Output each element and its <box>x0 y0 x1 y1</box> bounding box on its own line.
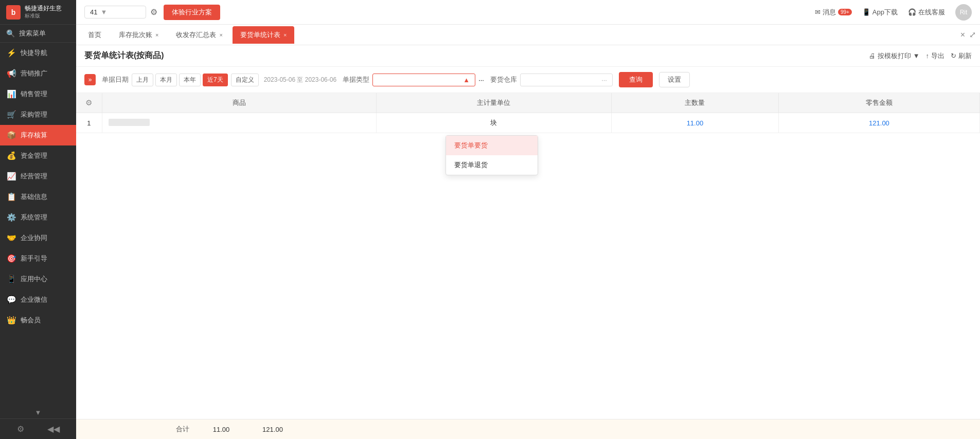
sidebar-item-finance[interactable]: 💰 资金管理 <box>0 145 76 166</box>
store-dropdown-arrow: ▼ <box>100 8 107 16</box>
sidebar-item-label: 系统管理 <box>21 213 70 222</box>
expand-tab-icon[interactable]: ⤢ <box>969 30 976 40</box>
this-month-btn[interactable]: 本月 <box>155 74 177 86</box>
print-dropdown-arrow: ▼ <box>913 52 920 60</box>
col-quantity-header: 主数量 <box>611 93 778 113</box>
tab-close-icon[interactable]: × <box>283 32 287 38</box>
tab-order-stats-label: 要货单统计表 <box>240 30 280 40</box>
app-download-button[interactable]: 📱 App下载 <box>862 8 898 17</box>
type-select[interactable]: ▲ <box>372 74 475 86</box>
sidebar-item-inventory[interactable]: 📦 库存核算 <box>0 125 76 145</box>
app-download-label: App下载 <box>872 8 898 17</box>
tab-close-icon[interactable]: × <box>219 32 222 38</box>
sidebar-item-label: 快捷导航 <box>21 48 70 58</box>
sidebar-item-sales[interactable]: 📊 销售管理 <box>0 84 76 104</box>
sidebar-item-wechat[interactable]: 💬 企业微信 <box>0 289 76 310</box>
settings-button[interactable]: 设置 <box>659 72 690 87</box>
message-icon: ✉ <box>815 8 821 16</box>
online-service-button[interactable]: 🎧 在线客服 <box>908 8 945 17</box>
header-right: ✉ 消息 99+ 📱 App下载 🎧 在线客服 Rit <box>815 4 972 21</box>
col-amount-header: 零售金额 <box>778 93 979 113</box>
settings-icon[interactable]: ⚙ <box>17 424 24 434</box>
operation-icon: 📈 <box>6 172 16 181</box>
header-gear-icon[interactable]: ⚙ <box>150 7 157 17</box>
sidebar-item-marketing[interactable]: 📢 营销推广 <box>0 63 76 84</box>
content-area: 要货单统计表(按商品) 🖨 按模板打印 ▼ ↑ 导出 ↻ 刷新 <box>76 45 980 439</box>
store-selector[interactable]: 41 ▼ <box>84 6 146 19</box>
type-filter-label: 单据类型 <box>343 75 369 84</box>
product-placeholder <box>109 119 150 126</box>
print-icon: 🖨 <box>869 52 876 60</box>
message-label: 消息 <box>823 8 836 17</box>
sales-icon: 📊 <box>6 89 16 99</box>
warehouse-select[interactable]: ··· <box>520 74 613 86</box>
message-badge: 99+ <box>838 9 852 15</box>
footer-total-label: 合计 <box>170 425 195 434</box>
system-icon: ⚙️ <box>6 213 16 222</box>
main-area: 41 ▼ ⚙ 体验行业方案 ✉ 消息 99+ 📱 App下载 🎧 在线客服 Ri… <box>76 0 980 439</box>
tab-actions: × ⤢ <box>960 30 976 40</box>
refresh-label: 刷新 <box>958 51 972 61</box>
print-button[interactable]: 🖨 按模板打印 ▼ <box>869 51 920 61</box>
dropdown-item-order-return[interactable]: 要货单退货 <box>446 155 538 175</box>
table-header-row: ⚙ 商品 主计量单位 主数量 零售金额 <box>76 93 980 113</box>
close-all-tabs-icon[interactable]: × <box>960 30 965 40</box>
sidebar-item-operation[interactable]: 📈 经营管理 <box>0 166 76 187</box>
enterprise-icon: 🤝 <box>6 233 16 243</box>
sidebar-item-quick-nav[interactable]: ⚡ 快捷导航 <box>0 43 76 63</box>
tab-close-icon[interactable]: × <box>155 32 158 38</box>
guide-icon: 🎯 <box>6 254 16 263</box>
sidebar-item-member[interactable]: 👑 畅会员 <box>0 310 76 331</box>
top-header: 41 ▼ ⚙ 体验行业方案 ✉ 消息 99+ 📱 App下载 🎧 在线客服 Ri… <box>76 0 980 25</box>
tab-receive-summary[interactable]: 收发存汇总表 × <box>168 26 230 44</box>
dropdown-item-order-request[interactable]: 要货单要货 <box>446 136 538 155</box>
dropdown-item-label: 要货单要货 <box>454 141 488 149</box>
query-button[interactable]: 查询 <box>619 72 653 87</box>
last-7days-btn[interactable]: 近7天 <box>203 74 228 86</box>
user-avatar[interactable]: Rit <box>955 4 972 21</box>
sidebar-item-basic[interactable]: 📋 基础信息 <box>0 187 76 207</box>
trial-button[interactable]: 体验行业方案 <box>164 5 220 20</box>
date-filter-label: 单据日期 <box>102 75 129 84</box>
tab-bar: 首页 库存批次账 × 收发存汇总表 × 要货单统计表 × × ⤢ <box>76 25 980 45</box>
footer-values: 11.00 121.00 <box>195 426 298 433</box>
sidebar: b 畅捷通好生意 标准版 🔍 搜索菜单 ⚡ 快捷导航 📢 营销推广 📊 销售管理… <box>0 0 76 439</box>
wechat-icon: 💬 <box>6 295 16 304</box>
this-year-btn[interactable]: 本年 <box>179 74 201 86</box>
sidebar-bottom: ⚙ ◀◀ <box>0 418 76 439</box>
member-icon: 👑 <box>6 316 16 325</box>
column-settings-icon[interactable]: ⚙ <box>85 98 92 107</box>
collapse-icon[interactable]: ◀◀ <box>47 424 60 434</box>
type-select-arrow: ▲ <box>463 76 470 84</box>
tab-order-stats[interactable]: 要货单统计表 × <box>233 26 294 44</box>
table-footer: 合计 11.00 121.00 <box>76 419 980 439</box>
tab-inventory-batch[interactable]: 库存批次账 × <box>111 26 166 44</box>
refresh-button[interactable]: ↻ 刷新 <box>951 51 972 61</box>
sidebar-item-label: 销售管理 <box>21 89 70 99</box>
sidebar-item-purchase[interactable]: 🛒 采购管理 <box>0 104 76 125</box>
sidebar-item-system[interactable]: ⚙️ 系统管理 <box>0 207 76 228</box>
tab-home[interactable]: 首页 <box>80 26 109 44</box>
app-logo: b 畅捷通好生意 标准版 <box>0 0 76 25</box>
sidebar-scroll-down[interactable]: ▼ <box>0 407 76 418</box>
prev-month-btn[interactable]: 上月 <box>132 74 153 86</box>
table-row: 1 块 11.00 121.00 <box>76 113 980 133</box>
search-menu-label: 搜索菜单 <box>19 29 46 38</box>
logo-text-block: 畅捷通好生意 标准版 <box>25 5 62 20</box>
filter-toggle-icon: » <box>88 76 92 83</box>
sidebar-item-app-center[interactable]: 📱 应用中心 <box>0 269 76 289</box>
export-button[interactable]: ↑ 导出 <box>926 51 945 61</box>
sidebar-item-label: 应用中心 <box>21 275 70 284</box>
col-settings-header[interactable]: ⚙ <box>76 93 102 113</box>
search-menu[interactable]: 🔍 搜索菜单 <box>0 25 76 43</box>
sidebar-item-label: 采购管理 <box>21 110 70 119</box>
filter-toggle-button[interactable]: » <box>84 74 96 85</box>
cell-unit: 块 <box>376 113 611 133</box>
sidebar-item-enterprise[interactable]: 🤝 企业协同 <box>0 228 76 248</box>
warehouse-ellipsis-icon: ··· <box>601 76 607 84</box>
logo-icon: b <box>6 5 21 20</box>
custom-date-btn[interactable]: 自定义 <box>231 74 259 86</box>
type-ellipsis-icon[interactable]: ··· <box>478 76 484 84</box>
sidebar-item-guide[interactable]: 🎯 新手引导 <box>0 248 76 269</box>
message-button[interactable]: ✉ 消息 99+ <box>815 8 852 17</box>
